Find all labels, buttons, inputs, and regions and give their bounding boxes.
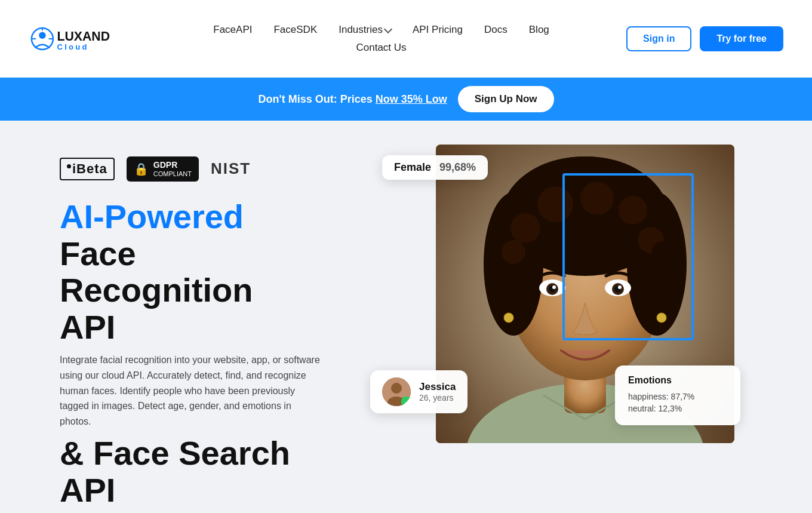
svg-point-15 — [510, 213, 540, 243]
emotion-happiness: happiness: 87,7% — [628, 392, 727, 401]
ibeta-badge: iBeta — [60, 158, 115, 180]
svg-point-34 — [391, 383, 402, 394]
emotion-neutral: neutral: 12,3% — [628, 404, 727, 413]
signin-button[interactable]: Sign in — [626, 26, 691, 51]
person-avatar: ✓ — [382, 377, 411, 406]
svg-point-21 — [497, 271, 518, 293]
svg-point-31 — [504, 313, 513, 322]
ibeta-dot — [67, 164, 71, 168]
nist-badge: NIST — [211, 159, 251, 178]
certification-badges: iBeta 🔒 GDPR COMPLIANT NIST — [60, 156, 370, 182]
banner-text: Don't Miss Out: Prices Now 35% Low — [258, 93, 447, 106]
face-detection-box — [562, 173, 694, 340]
nav-api-pricing[interactable]: API Pricing — [413, 24, 463, 36]
svg-point-26 — [552, 285, 556, 289]
nav-blog[interactable]: Blog — [529, 24, 549, 36]
signup-now-button[interactable]: Sign Up Now — [458, 86, 554, 112]
gender-label: Female — [394, 161, 431, 174]
gdpr-main-text: GDPR — [153, 160, 192, 170]
svg-text:LUXAND: LUXAND — [57, 29, 110, 44]
nav-links: FaceAPI FaceSDK Industries API Pricing D… — [213, 24, 549, 54]
person-info: Jessica 26, years — [419, 381, 456, 403]
nav-facesdk[interactable]: FaceSDK — [273, 24, 317, 36]
promo-banner: Don't Miss Out: Prices Now 35% Low Sign … — [0, 78, 812, 121]
person-age: 26, years — [419, 393, 456, 403]
svg-point-1 — [39, 32, 45, 38]
nav-docs[interactable]: Docs — [484, 24, 508, 36]
nav-industries[interactable]: Industries — [339, 24, 391, 36]
nav-faceapi[interactable]: FaceAPI — [213, 24, 252, 36]
svg-text:Cloud: Cloud — [57, 42, 88, 51]
navbar: LUXAND Cloud FaceAPI FaceSDK Industries … — [0, 0, 812, 78]
hero-description: Integrate facial recognition into your w… — [60, 352, 322, 429]
gdpr-badge: 🔒 GDPR COMPLIANT — [127, 156, 199, 182]
nav-contact-us[interactable]: Contact Us — [356, 42, 406, 54]
try-free-button[interactable]: Try for free — [700, 26, 783, 51]
svg-point-20 — [502, 240, 525, 264]
chevron-down-icon — [384, 24, 392, 33]
face-demo: Female 99,68% — [388, 145, 734, 455]
gender-badge: Female 99,68% — [382, 155, 488, 180]
gdpr-sub-text: COMPLIANT — [153, 170, 192, 178]
person-badge: ✓ Jessica 26, years — [370, 370, 467, 413]
gdpr-icon: 🔒 — [134, 162, 149, 176]
logo[interactable]: LUXAND Cloud — [29, 15, 136, 63]
person-name: Jessica — [419, 381, 456, 393]
hero-title-2: & Face Search API — [60, 435, 370, 508]
gender-confidence: 99,68% — [439, 161, 476, 174]
emotions-title: Emotions — [628, 375, 727, 386]
hero-left: iBeta 🔒 GDPR COMPLIANT NIST AI-Powered F… — [60, 156, 370, 513]
emotions-badge: Emotions happiness: 87,7% neutral: 12,3% — [615, 365, 740, 425]
nav-actions: Sign in Try for free — [626, 26, 783, 51]
main-section: iBeta 🔒 GDPR COMPLIANT NIST AI-Powered F… — [0, 121, 812, 513]
hero-right: Female 99,68% — [370, 156, 752, 513]
hero-title-1: AI-Powered Face Recognition API — [60, 198, 370, 345]
